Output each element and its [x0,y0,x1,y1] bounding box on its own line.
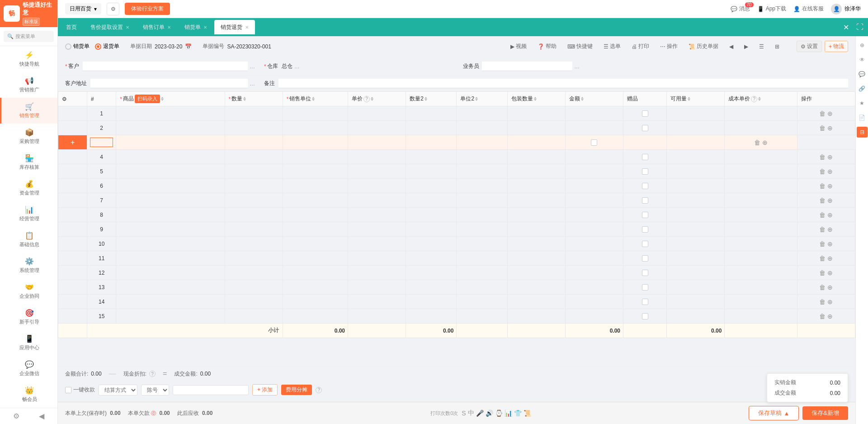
remark-input[interactable] [278,79,848,88]
gift-checkbox-5[interactable] [642,168,648,175]
copy-row-12-button[interactable]: ⊕ [827,269,833,276]
right-panel-btn-1[interactable]: ⊕ [857,40,868,51]
customer-input[interactable] [83,62,248,71]
staff-input[interactable] [482,62,572,71]
delete-row-11-button[interactable]: 🗑 [819,255,826,262]
delete-row-4-button[interactable]: 🗑 [819,153,826,161]
app-download-action[interactable]: 📱 App下载 [757,5,786,13]
sidebar-item-inventory[interactable]: 🏪 库存核算 [0,149,57,175]
gift-checkbox-1[interactable] [642,110,648,117]
gift-checkbox-7[interactable] [642,197,648,204]
radio-return[interactable]: 退货单 [95,43,119,50]
delete-row-14-button[interactable]: 🗑 [819,298,826,305]
right-panel-btn-3[interactable]: 💬 [857,69,868,80]
toolbar-icon-5[interactable]: ⌚ [495,410,503,417]
sidebar-item-weixin[interactable]: 💬 企业微信 [0,356,57,381]
setup-button[interactable]: ⚙ 设置 [797,41,822,52]
copy-row-14-button[interactable]: ⊕ [827,298,833,305]
sidebar-item-sales[interactable]: 🛒 销售管理 [0,98,57,124]
sidebar-item-shortcut[interactable]: ⚡ 快捷导航 [0,46,57,72]
toolbar-icon-8[interactable]: 📜 [524,410,531,417]
shortcut-btn[interactable]: ⌨ 快捷键 [565,41,595,52]
online-service-action[interactable]: 👤 在线客服 [793,5,824,13]
gift-checkbox-13[interactable] [642,284,648,291]
save-draft-button[interactable]: 保存草稿 ▲ [749,406,799,420]
delete-row-7-button[interactable]: 🗑 [819,197,826,204]
sidebar-item-basic[interactable]: 📋 基础信息 [0,227,57,252]
right-panel-btn-active[interactable]: ⊟ [857,127,868,138]
tab-sale-order[interactable]: 销售订单 ✕ [137,20,177,34]
print-btn[interactable]: 🖨 打印 [629,41,652,52]
pay-checkbox-label[interactable]: 一键收款 [65,386,95,394]
experience-button[interactable]: 体验行业方案 [125,3,170,15]
delete-row-5-button[interactable]: 🗑 [819,168,826,175]
gift-checkbox-15[interactable] [642,313,648,319]
sidebar-item-marketing[interactable]: 📢 营销推广 [0,72,57,98]
video-btn[interactable]: ▶ 视频 [508,41,529,52]
delete-row-3-button[interactable]: 🗑 [754,139,760,146]
copy-row-5-button[interactable]: ⊕ [827,168,833,175]
delete-row-8-button[interactable]: 🗑 [819,211,826,219]
add-button[interactable]: + 添加 [252,384,278,395]
tab-sale-goods[interactable]: 销货单 ✕ [178,20,213,34]
delete-row-10-button[interactable]: 🗑 [819,240,826,248]
price-help-icon[interactable]: ? [363,96,370,102]
copy-row-11-button[interactable]: ⊕ [827,255,833,262]
tab-home[interactable]: 首页 [60,20,83,34]
copy-row-8-button[interactable]: ⊕ [827,211,833,219]
gift-checkbox-10[interactable] [642,241,648,247]
tab-close-all-button[interactable]: ✕ [840,22,852,33]
expense-split-button[interactable]: 费用分摊 [281,385,312,395]
tab-sale-price-close[interactable]: ✕ [126,25,129,30]
gift-checkbox-8[interactable] [642,212,648,218]
daily-selector[interactable]: 日用百货 ▾ [65,3,101,14]
pay-checkbox[interactable] [65,387,71,393]
account-select[interactable]: 陈号 [141,385,169,395]
nav-prev-button[interactable]: ◀ [726,42,736,51]
toolbar-icon-3[interactable]: 🎤 [476,410,484,417]
settings-bottom-icon[interactable]: ⚙ [13,412,19,420]
sidebar-item-finance[interactable]: 💰 资金管理 [0,175,57,201]
copy-row-9-button[interactable]: ⊕ [827,226,833,233]
delete-row-1-button[interactable]: 🗑 [819,110,826,117]
nav-next-button[interactable]: ▶ [741,42,751,51]
collapse-icon[interactable]: ◀ [39,412,44,420]
gift-checkbox-12[interactable] [642,270,648,276]
user-info[interactable]: 👤 徐泽华 [831,4,861,14]
delete-row-6-button[interactable]: 🗑 [819,182,826,190]
toolbar-icon-2[interactable]: 中 [468,409,474,417]
copy-row-10-button[interactable]: ⊕ [827,240,833,248]
operate-btn[interactable]: ⋯ 操作 [657,41,680,52]
logistics-button[interactable]: + 物流 [825,41,848,52]
split-help-icon[interactable]: ? [316,387,322,393]
sidebar-item-operations[interactable]: 📊 经营管理 [0,201,57,227]
gift-checkbox-6[interactable] [642,183,648,189]
copy-row-2-button[interactable]: ⊕ [827,124,833,132]
copy-row-3-button[interactable]: ⊕ [762,139,768,146]
history-btn[interactable]: 📜 历史单据 [686,41,721,52]
right-panel-btn-6[interactable]: 📄 [857,112,868,123]
view-list-button[interactable]: ☰ [756,42,767,51]
gift-checkbox-4[interactable] [642,154,648,160]
calendar-icon[interactable]: 📅 [185,43,192,50]
sidebar-item-member[interactable]: 👑 畅会员 [0,381,57,407]
delete-row-12-button[interactable]: 🗑 [819,269,826,276]
tab-sale-return-close[interactable]: ✕ [245,25,249,30]
delete-row-15-button[interactable]: 🗑 [819,313,826,320]
product-input-3[interactable] [90,138,113,147]
tab-sale-price[interactable]: 售价提取设置 ✕ [84,20,136,34]
select-btn[interactable]: ☰ 选单 [601,41,623,52]
discount-help-icon[interactable]: ? [149,371,156,377]
copy-row-7-button[interactable]: ⊕ [827,197,833,204]
copy-row-4-button[interactable]: ⊕ [827,153,833,161]
customer-expand-icon[interactable]: … [250,63,255,70]
payment-amount-input[interactable] [173,385,249,395]
right-panel-btn-4[interactable]: 🔗 [857,83,868,94]
message-action[interactable]: 💬 消息 70 [731,5,750,13]
toolbar-icon-1[interactable]: S [462,410,466,417]
settle-method-select[interactable]: 结算方式 [99,385,137,395]
tab-sale-return[interactable]: 销货退货 ✕ [214,20,255,34]
toolbar-icon-4[interactable]: 🔊 [486,410,493,417]
sidebar-item-appstore[interactable]: 📱 应用中心 [0,330,57,356]
right-panel-btn-2[interactable]: 👁 [857,54,868,65]
